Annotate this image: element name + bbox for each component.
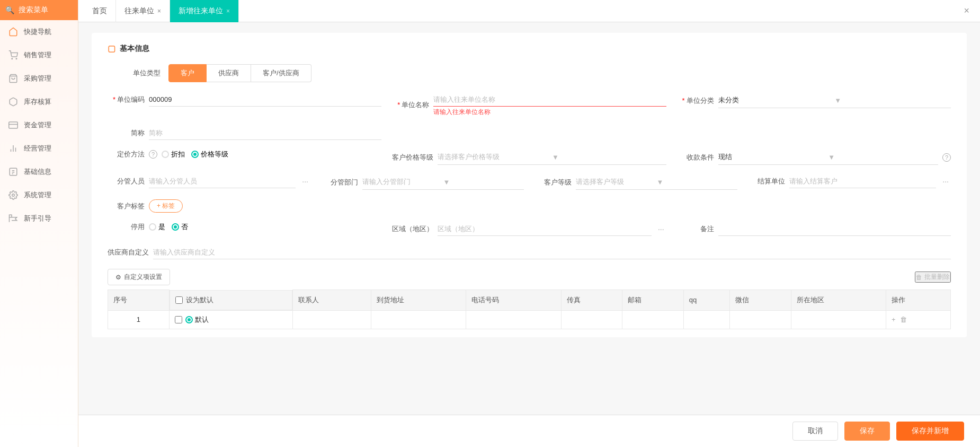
settlement-unit-input[interactable]: [789, 174, 936, 188]
row-checkbox[interactable]: [175, 316, 182, 323]
help-icon-payment[interactable]: ?: [942, 153, 951, 162]
manager-input[interactable]: [149, 174, 296, 188]
field-customer-tag: 客户标签 + 标签: [108, 199, 951, 213]
sidebar-item-inventory[interactable]: 库存核算: [0, 90, 78, 113]
payment-terms-value: 现结: [718, 152, 828, 162]
close-icon[interactable]: ×: [157, 7, 161, 15]
svg-point-1: [16, 58, 17, 59]
disabled-yes-label: 是: [158, 222, 165, 232]
batch-delete-label: 批量删除: [924, 273, 950, 282]
payment-terms-label: 收款条件: [677, 153, 714, 162]
add-tag-button[interactable]: + 标签: [149, 199, 183, 213]
short-name-input[interactable]: [149, 126, 381, 140]
window-close-button[interactable]: ×: [958, 5, 975, 16]
delete-icon: 🗑: [916, 274, 922, 281]
pricing-discount-option[interactable]: 折扣: [162, 150, 185, 159]
field-unit-category: 单位分类 未分类 ▼: [677, 93, 951, 108]
field-short-name: 简称: [108, 126, 381, 140]
gear-icon: [8, 190, 19, 200]
more-icon-settlement[interactable]: ···: [940, 177, 951, 186]
field-note: 备注: [677, 222, 951, 236]
save-new-button[interactable]: 保存并新增: [896, 422, 964, 441]
unit-type-customer[interactable]: 客户: [168, 64, 207, 82]
select-all-checkbox[interactable]: [175, 296, 183, 304]
default-radio[interactable]: 默认: [185, 315, 209, 325]
close-icon[interactable]: ×: [226, 7, 230, 15]
custom-settings-button[interactable]: ⚙ 自定义项设置: [108, 269, 170, 285]
unit-type-both[interactable]: 客户/供应商: [251, 64, 311, 82]
delete-row-button[interactable]: 🗑: [900, 315, 907, 323]
customer-price-level-label: 客户价格等级: [392, 153, 433, 162]
cancel-button[interactable]: 取消: [792, 422, 838, 441]
sidebar-item-basic-info[interactable]: 基础信息: [0, 160, 78, 183]
disabled-no-label: 否: [181, 222, 188, 232]
supplier-custom-label: 供应商自定义: [108, 248, 149, 257]
form-row-7: 供应商自定义: [108, 246, 951, 259]
sidebar-search[interactable]: 🔍 搜索菜单: [0, 0, 78, 20]
disabled-yes-option[interactable]: 是: [149, 222, 165, 232]
sidebar-item-operations[interactable]: 经营管理: [0, 137, 78, 160]
department-select[interactable]: 请输入分管部门 ▼: [362, 174, 524, 190]
unit-name-input[interactable]: [433, 93, 666, 107]
customer-price-level-placeholder: 请选择客户价格等级: [438, 152, 552, 162]
table-header: 序号 设为默认 联系人 到货地址 电话号码 传真 邮箱 qq 微信: [108, 290, 951, 311]
section-title: ▢ 基本信息: [108, 43, 951, 54]
tab-partners-label: 往来单位: [124, 6, 154, 16]
more-icon[interactable]: ···: [300, 177, 310, 186]
home-icon: [8, 27, 19, 37]
sidebar-item-label: 销售管理: [24, 50, 51, 60]
sidebar-item-quick-nav[interactable]: 快捷导航: [0, 20, 78, 43]
tab-new-partner[interactable]: 新增往来单位 ×: [170, 0, 239, 22]
sidebar-item-sales[interactable]: 销售管理: [0, 43, 78, 67]
col-region: 所在地区: [791, 290, 886, 311]
pricing-radio-group: 折扣 价格等级: [162, 150, 228, 159]
sidebar-item-label: 经营管理: [24, 144, 51, 153]
sidebar-item-label: 快捷导航: [24, 27, 51, 37]
unit-type-supplier[interactable]: 供应商: [207, 64, 251, 82]
save-button[interactable]: 保存: [844, 422, 890, 441]
add-row-button[interactable]: +: [892, 315, 896, 323]
form-row-6: 停用 是 否 区域（地区） ···: [108, 222, 951, 236]
unit-name-with-error: 请输入往来单位名称: [433, 93, 666, 117]
sidebar-item-purchase[interactable]: 采购管理: [0, 67, 78, 90]
contacts-table: 序号 设为默认 联系人 到货地址 电话号码 传真 邮箱 qq 微信: [108, 290, 951, 329]
customer-level-select[interactable]: 请选择客户等级 ▼: [576, 174, 737, 190]
cell-email: [622, 310, 684, 329]
field-customer-price-level: 客户价格等级 请选择客户价格等级 ▼: [392, 150, 666, 165]
col-wechat: 微信: [729, 290, 791, 311]
radio-no-circle: [172, 223, 179, 231]
field-settlement-unit: 结算单位 ···: [748, 174, 951, 188]
col-actions: 操作: [886, 290, 951, 311]
col-default: 设为默认: [170, 290, 293, 310]
tab-home-label: 首页: [92, 6, 107, 16]
form-row-5: 客户标签 + 标签: [108, 199, 951, 213]
more-icon-region[interactable]: ···: [656, 225, 666, 233]
sidebar-item-finance[interactable]: 资金管理: [0, 113, 78, 137]
supplier-custom-input[interactable]: [153, 246, 951, 259]
note-input[interactable]: [718, 222, 951, 236]
unit-code-input[interactable]: [149, 93, 381, 107]
customer-price-level-select[interactable]: 请选择客户价格等级 ▼: [438, 150, 666, 165]
batch-delete-button[interactable]: 🗑 批量删除: [915, 271, 951, 283]
cell-region: [791, 310, 886, 329]
col-phone: 电话号码: [466, 290, 561, 311]
tab-partners[interactable]: 往来单位 ×: [116, 0, 170, 22]
field-disabled: 停用 是 否: [108, 222, 381, 232]
sidebar-item-system[interactable]: 系统管理: [0, 183, 78, 207]
pricing-level-option[interactable]: 价格等级: [191, 150, 228, 159]
payment-terms-select[interactable]: 现结 ▼: [718, 150, 938, 165]
unit-type-row: 单位类型 客户 供应商 客户/供应商: [108, 64, 951, 82]
tab-home[interactable]: 首页: [84, 0, 116, 22]
disabled-no-option[interactable]: 否: [172, 222, 188, 232]
search-icon: 🔍: [5, 6, 14, 14]
sidebar-item-guide[interactable]: 新手引导: [0, 207, 78, 230]
unit-category-select[interactable]: 未分类 ▼: [718, 93, 951, 108]
chart-icon: [8, 143, 19, 154]
disabled-label: 停用: [108, 222, 145, 232]
help-icon[interactable]: ?: [149, 150, 157, 159]
unit-code-label: 单位编码: [108, 95, 145, 104]
cell-fax: [561, 310, 622, 329]
field-manager: 分管人员 ···: [108, 174, 310, 188]
col-address: 到货地址: [371, 290, 466, 311]
region-input[interactable]: [438, 222, 652, 236]
